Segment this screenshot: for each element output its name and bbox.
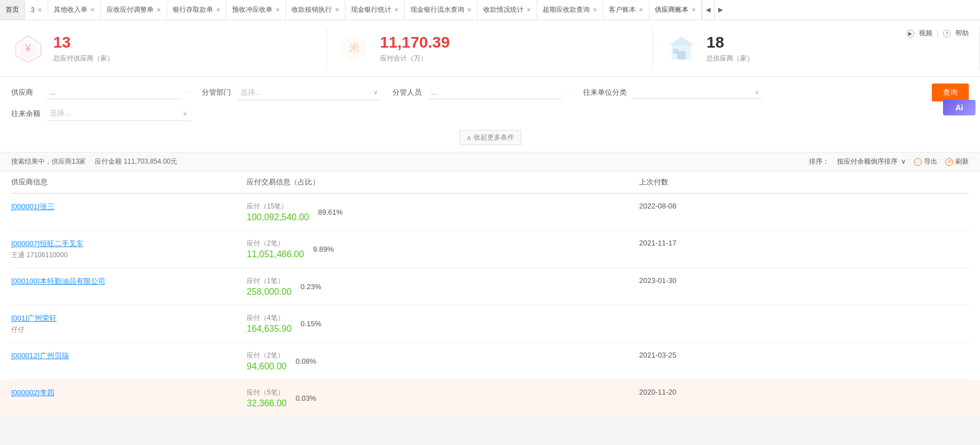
supplier-col-5: [000002]李四 bbox=[11, 388, 247, 398]
nav-tab-bank-deposit[interactable]: 银行存取款单 ✕ bbox=[167, 0, 226, 20]
dept-select-arrow: ∨ bbox=[373, 89, 378, 96]
supplier-input[interactable] bbox=[47, 86, 181, 99]
nav-tab-other-income-label: 其他收入单 bbox=[54, 5, 87, 15]
nav-tab-supplier-ledger[interactable]: 供应商账本 ✕ bbox=[649, 0, 702, 20]
query-button[interactable]: 查询 bbox=[932, 84, 969, 101]
nav-tab-prepay[interactable]: 预收冲应收单 ✕ bbox=[226, 0, 286, 20]
nav-tab-3-close[interactable]: ✕ bbox=[38, 7, 42, 13]
nav-tab-supplier-ledger-close[interactable]: ✕ bbox=[691, 7, 696, 13]
nav-tab-cash-bank-flow-close[interactable]: ✕ bbox=[467, 7, 471, 13]
header-supplier: 供应商信息 bbox=[11, 177, 247, 187]
trans-amount-3: 164,635.90 bbox=[247, 324, 292, 334]
nav-tab-overdue-query[interactable]: 超期应收款查询 ✕ bbox=[537, 0, 603, 20]
filter-balance: 往来余额 选择... ∨ bbox=[11, 106, 191, 121]
nav-tab-receipt-stat[interactable]: 收款情况统计 ✕ bbox=[478, 0, 537, 20]
supplier-name-3[interactable]: [001]广州荣轩 bbox=[11, 313, 247, 323]
trans-info-1: 应付（2笔） 11,051,486.00 9.89% bbox=[247, 239, 639, 259]
person-expand-icon[interactable]: ··· bbox=[567, 89, 572, 96]
trans-label-2: 应付（1笔） bbox=[247, 276, 292, 286]
nav-tab-cash-bank-flow[interactable]: 现金银行流水查询 ✕ bbox=[405, 0, 478, 20]
nav-prev-arrow[interactable]: ◀ bbox=[702, 0, 714, 20]
nav-tab-customer-ledger-label: 客户账本 bbox=[609, 5, 636, 15]
person-input[interactable] bbox=[428, 86, 562, 99]
summary-card-supplier-payable: ¥ 13 总应付供应商（家） bbox=[0, 27, 327, 69]
trans-label-3: 应付（4笔） bbox=[247, 313, 292, 323]
table-header: 供应商信息 应付交易信息（占比） 上次付数 bbox=[11, 171, 969, 194]
sort-arrow-icon: ∨ bbox=[901, 157, 906, 165]
svg-rect-8 bbox=[673, 49, 678, 54]
ai-badge[interactable]: Ai bbox=[943, 100, 976, 115]
nav-tab-other-income-close[interactable]: ✕ bbox=[90, 7, 95, 13]
help-link[interactable]: 帮助 bbox=[955, 29, 969, 38]
nav-tab-home[interactable]: 首页 bbox=[0, 0, 25, 20]
balance-select[interactable]: 选择... ∨ bbox=[47, 106, 191, 121]
nav-tab-receipt-stat-close[interactable]: ✕ bbox=[526, 7, 531, 13]
nav-tab-cash-bank-stat-close[interactable]: ✕ bbox=[394, 7, 399, 13]
trans-amount-2: 258,000.00 bbox=[247, 287, 292, 297]
nav-tab-overdue-query-close[interactable]: ✕ bbox=[593, 7, 597, 13]
supplier-name-2[interactable]: [000100]本特勤油品有限公司 bbox=[11, 276, 247, 286]
trans-percent-0: 89.61% bbox=[318, 208, 343, 216]
trans-label-0: 应付（15笔） bbox=[247, 202, 309, 211]
nav-tab-customer-ledger[interactable]: 客户账本 ✕ bbox=[603, 0, 649, 20]
nav-tab-other-income[interactable]: 其他收入单 ✕ bbox=[48, 0, 101, 20]
supplier-col-2: [000100]本特勤油品有限公司 bbox=[11, 276, 247, 286]
ai-badge-label: Ai bbox=[955, 103, 963, 112]
last-pay-date-0: 2022-08-08 bbox=[639, 202, 969, 210]
nav-tab-customer-ledger-close[interactable]: ✕ bbox=[639, 7, 643, 13]
circle-icon-video: ▶ bbox=[907, 30, 914, 38]
last-pay-date-4: 2021-03-25 bbox=[639, 351, 969, 359]
trans-detail-2: 应付（1笔） 258,000.00 bbox=[247, 276, 292, 297]
video-link[interactable]: 视频 bbox=[919, 29, 932, 38]
refresh-button[interactable]: ↺ 刷新 bbox=[945, 157, 969, 166]
supplier-name-4[interactable]: [000012]广州贝瑞 bbox=[11, 351, 247, 361]
trans-percent-4: 0.08% bbox=[295, 357, 316, 365]
trans-detail-1: 应付（2笔） 11,051,486.00 bbox=[247, 239, 304, 259]
nav-tab-bank-deposit-close[interactable]: ✕ bbox=[216, 7, 220, 13]
export-button[interactable]: ↓ 导出 bbox=[914, 157, 937, 166]
trans-label-5: 应付（5笔） bbox=[247, 388, 286, 397]
supplier-expand-icon[interactable]: ··· bbox=[186, 89, 191, 96]
supplier-name-1[interactable]: [000007]恒旺二手叉车 bbox=[11, 239, 247, 249]
svg-text:米: 米 bbox=[349, 41, 360, 54]
nav-tab-receipt-verify[interactable]: 收款核销执行 ✕ bbox=[286, 0, 345, 20]
last-pay-date-5: 2020-11-20 bbox=[639, 388, 969, 396]
top-right-links: ▶ 视频 | ? 帮助 bbox=[907, 29, 969, 38]
sort-value-text: 按应付余额倒序排序 bbox=[837, 157, 898, 165]
header-lastpay: 上次付数 bbox=[639, 177, 969, 187]
supplier-name-0[interactable]: [000001]张三 bbox=[11, 202, 247, 212]
nav-tab-cash-bank-stat-label: 现金银行统计 bbox=[351, 5, 391, 15]
category-select-arrow: ∨ bbox=[755, 89, 759, 96]
supplier-name-5[interactable]: [000002]李四 bbox=[11, 388, 247, 398]
category-select[interactable]: ∨ bbox=[631, 86, 762, 99]
transaction-col-1: 应付（2笔） 11,051,486.00 9.89% bbox=[247, 239, 639, 259]
nav-tab-receipt-verify-close[interactable]: ✕ bbox=[335, 7, 339, 13]
nav-tab-3[interactable]: 3 ✕ bbox=[25, 0, 48, 20]
nav-next-arrow[interactable]: ▶ bbox=[714, 0, 727, 20]
filter-supplier: 供应商 ··· bbox=[11, 86, 191, 99]
sort-value[interactable]: 按应付余额倒序排序 ∨ bbox=[837, 157, 906, 166]
table-row: [000001]张三 应付（15笔） 100,092,540.00 89.61%… bbox=[11, 194, 969, 231]
supplier-payable-count: 13 bbox=[53, 33, 114, 52]
trans-amount-5: 32,366.00 bbox=[247, 398, 286, 409]
filter-category-label: 往来单位分类 bbox=[583, 87, 627, 98]
supplier-count-info: 搜索结果中，供应商13家 bbox=[11, 157, 86, 166]
trans-detail-5: 应付（5笔） 32,366.00 bbox=[247, 388, 286, 409]
nav-tab-ar-ap-adjust[interactable]: 应收应付调整单 ✕ bbox=[101, 0, 167, 20]
dept-select[interactable]: 选择... ∨ bbox=[237, 85, 381, 100]
nav-tab-cash-bank-stat[interactable]: 现金银行统计 ✕ bbox=[345, 0, 405, 20]
summary-card-total-supplier-text: 18 总供应商（家） bbox=[706, 33, 754, 63]
last-pay-date-2: 2023-01-30 bbox=[639, 276, 969, 285]
result-info: 搜索结果中，供应商13家 应付金额 111,703,854.00元 bbox=[11, 157, 177, 166]
nav-tab-prepay-close[interactable]: ✕ bbox=[275, 7, 280, 13]
table-row-highlighted: [000002]李四 应付（5笔） 32,366.00 0.03% 2020-1… bbox=[0, 380, 980, 416]
nav-tab-ar-ap-adjust-close[interactable]: ✕ bbox=[156, 7, 161, 13]
svg-marker-6 bbox=[669, 36, 694, 45]
transaction-col-4: 应付（2笔） 94,600.00 0.08% bbox=[247, 351, 639, 372]
filter-dept-label: 分管部门 bbox=[202, 87, 233, 98]
sort-label: 排序： bbox=[809, 157, 829, 166]
nav-tab-cash-bank-flow-label: 现金银行流水查询 bbox=[410, 5, 464, 15]
supplier-contact-1: 王通 17106110000 bbox=[11, 251, 247, 260]
svg-text:¥: ¥ bbox=[24, 43, 31, 54]
collapse-button[interactable]: ∧ 收起更多条件 bbox=[459, 130, 521, 145]
